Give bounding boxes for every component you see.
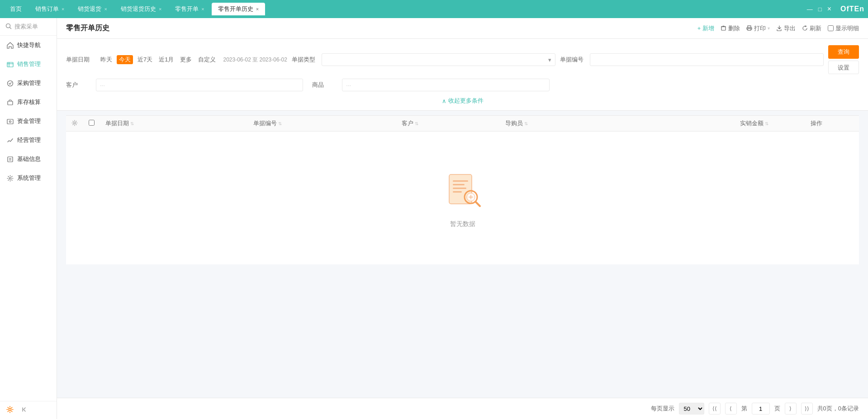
date-custom[interactable]: 自定义	[196, 55, 218, 64]
th-date[interactable]: 单据日期 ⇅	[100, 116, 248, 132]
export-icon	[776, 25, 782, 31]
type-filter-select[interactable]: ▾	[322, 53, 555, 66]
table-area: 单据日期 ⇅ 单据编号 ⇅ 客户	[57, 111, 868, 398]
goods-filter-label: 商品	[312, 81, 339, 89]
query-button[interactable]: 查询	[828, 45, 859, 59]
sidebar-item-basic-info[interactable]: 基础信息	[0, 150, 57, 169]
customer-filter-label: 客户	[66, 81, 93, 89]
svg-point-5	[7, 80, 13, 86]
tab-retail-open-history[interactable]: 零售开单历史 ×	[212, 3, 265, 15]
sort-salesperson-icon: ⇅	[524, 121, 528, 126]
date-week[interactable]: 近7天	[136, 55, 154, 64]
add-button[interactable]: + 新增	[697, 24, 714, 33]
th-customer[interactable]: 客户 ⇅	[396, 116, 500, 132]
svg-point-20	[74, 122, 76, 124]
system-icon	[6, 174, 14, 182]
show-detail-checkbox[interactable]	[828, 25, 834, 31]
sidebar-search[interactable]: 搜索采单	[0, 18, 57, 36]
sales-icon	[6, 61, 14, 68]
window-close[interactable]: ×	[827, 5, 831, 13]
page-header: 零售开单历史 + 新增 删除	[57, 18, 868, 39]
collapse-sidebar-icon[interactable]	[21, 406, 28, 414]
home-icon	[6, 42, 14, 49]
inventory-icon	[6, 99, 14, 106]
svg-rect-23	[453, 184, 465, 185]
print-button[interactable]: 打印 ▾	[746, 24, 770, 33]
page-title: 零售开单历史	[66, 24, 109, 33]
goods-dots: ···	[346, 82, 351, 89]
th-number[interactable]: 单据编号 ⇅	[248, 116, 396, 132]
sidebar-item-system-mgmt[interactable]: 系统管理	[0, 169, 57, 188]
toolbar: + 新增 删除 打印	[697, 24, 859, 33]
window-minimize[interactable]: —	[807, 6, 813, 13]
page-last-button[interactable]: ⟩⟩	[801, 403, 813, 414]
date-shortcuts: 昨天 今天 近7天 近1月 更多 自定义	[99, 55, 218, 64]
svg-rect-15	[721, 27, 726, 30]
sidebar-item-sales-mgmt[interactable]: 销售管理	[0, 55, 57, 74]
main-layout: 搜索采单 快捷导航 销售管理	[0, 18, 868, 419]
th-salesperson[interactable]: 导购员 ⇅	[500, 116, 626, 132]
page-next-button[interactable]: ⟩	[785, 403, 797, 414]
page-label: 第	[741, 405, 747, 413]
date-yesterday[interactable]: 昨天	[99, 55, 114, 64]
date-range-display: 2023-06-02 至 2023-06-02	[223, 56, 287, 64]
tab-sales-return[interactable]: 销货退货 ×	[71, 3, 113, 15]
tab-retail-open[interactable]: 零售开单 ×	[169, 3, 210, 15]
svg-rect-24	[453, 188, 466, 189]
export-button[interactable]: 导出	[776, 24, 796, 33]
sidebar-item-inventory[interactable]: 库存核算	[0, 93, 57, 112]
date-more[interactable]: 更多	[178, 55, 194, 64]
tab-sales-return-history[interactable]: 销货退货历史 ×	[114, 3, 168, 15]
sidebar-item-finance-mgmt[interactable]: 资金管理	[0, 112, 57, 131]
check-all-checkbox[interactable]	[89, 120, 95, 126]
delete-button[interactable]: 删除	[721, 24, 740, 33]
table-check-all[interactable]	[83, 116, 100, 132]
tab-retail-open-history-close[interactable]: ×	[256, 6, 259, 12]
tab-home[interactable]: 首页	[4, 3, 28, 15]
goods-filter-select[interactable]: ···	[342, 79, 549, 91]
date-today[interactable]: 今天	[117, 55, 133, 64]
customer-filter-select[interactable]: ···	[96, 79, 303, 91]
settings-gear-icon[interactable]	[6, 406, 14, 414]
total-info: 共0页，0条记录	[817, 405, 859, 413]
page-first-button[interactable]: ⟨⟨	[709, 403, 721, 414]
svg-line-1	[10, 27, 11, 28]
sort-customer-icon: ⇅	[415, 121, 418, 126]
window-maximize[interactable]: □	[818, 6, 822, 13]
svg-point-8	[9, 121, 11, 122]
tab-sales-return-close[interactable]: ×	[104, 6, 107, 12]
tab-retail-open-close[interactable]: ×	[201, 6, 204, 12]
th-amount[interactable]: 实销金额 ⇅	[626, 116, 774, 132]
page-size-select[interactable]: 50 10 20 100	[679, 403, 704, 414]
date-month[interactable]: 近1月	[157, 55, 175, 64]
tab-bar-right: — □ × OfTEn	[807, 5, 864, 13]
data-table: 单据日期 ⇅ 单据编号 ⇅ 客户	[66, 115, 859, 264]
refresh-icon	[802, 25, 808, 31]
tab-bar: 首页 销售订单 × 销货退货 × 销货退货历史 × 零售开单 × 零售开单历史 …	[0, 0, 868, 18]
number-filter-input[interactable]	[590, 53, 824, 66]
type-select-arrow: ▾	[548, 56, 551, 63]
operation-icon	[6, 137, 14, 144]
sidebar: 搜索采单 快捷导航 销售管理	[0, 18, 57, 419]
table-gear-icon[interactable]	[71, 121, 78, 127]
sidebar-bottom	[0, 401, 57, 419]
tab-sales-order[interactable]: 销售订单 ×	[29, 3, 71, 15]
setting-button[interactable]: 设置	[828, 61, 859, 74]
th-action: 操作	[774, 116, 859, 132]
sidebar-item-purchase-mgmt[interactable]: 采购管理	[0, 74, 57, 93]
svg-rect-18	[748, 26, 751, 28]
sidebar-item-quick-nav[interactable]: 快捷导航	[0, 36, 57, 55]
tab-sales-order-close[interactable]: ×	[62, 6, 64, 12]
page-input[interactable]	[752, 403, 770, 414]
page-prev-button[interactable]: ⟨	[725, 403, 737, 414]
collapse-up-icon: ∧	[442, 98, 446, 104]
print-icon	[746, 25, 752, 31]
tab-sales-return-history-close[interactable]: ×	[159, 6, 161, 12]
search-icon	[5, 23, 12, 31]
collapse-filter-button[interactable]: ∧ 收起更多条件	[66, 95, 859, 107]
sidebar-item-operation-mgmt[interactable]: 经营管理	[0, 131, 57, 150]
refresh-button[interactable]: 刷新	[802, 24, 821, 33]
svg-rect-19	[748, 28, 751, 30]
show-detail-toggle[interactable]: 显示明细	[828, 24, 859, 33]
sort-amount-icon: ⇅	[765, 121, 768, 126]
